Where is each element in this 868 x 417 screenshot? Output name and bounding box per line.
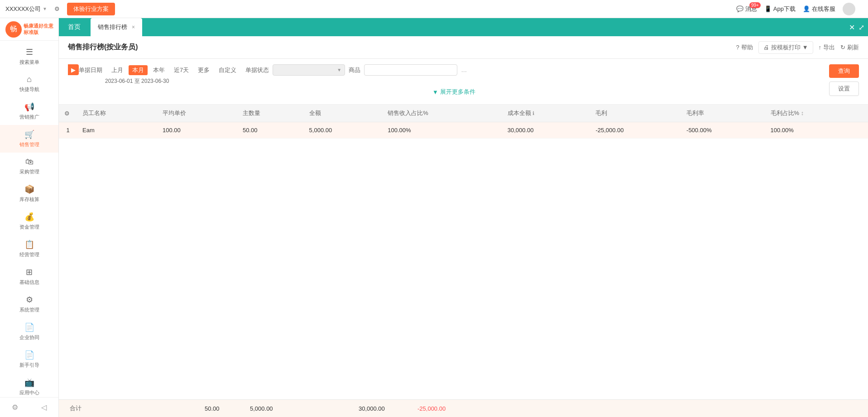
footer-label: 合计 [64,404,146,412]
sidebar-label-nav: 快捷导航 [19,86,39,93]
sidebar-item-marketing[interactable]: 📢营销推广 [0,97,58,125]
sidebar-icon-nav: ⌂ [27,75,32,84]
goods-input[interactable] [364,64,457,76]
date-tab-this-month[interactable]: 本月 [129,65,148,75]
sidebar-icon-finance: 💰 [24,212,34,222]
th-gross-pct: 毛利占比% ↕ [765,105,868,122]
sidebar-item-nav[interactable]: ⌂快捷导航 [0,70,58,97]
sidebar-icon-system: ⚙ [26,295,33,305]
date-tab-this-year[interactable]: 本年 [149,65,168,75]
export-button[interactable]: ↑ 导出 [819,43,835,52]
sidebar-icon-apps: 📺 [24,378,34,388]
message-badge: 99+ [749,2,761,8]
sidebar-item-collab[interactable]: 📄企业协同 [0,318,58,345]
service-label: 在线客服 [812,5,835,13]
message-button[interactable]: 💬 消息 99+ [736,5,757,13]
date-tab-last-month[interactable]: 上月 [108,65,127,75]
tab-close-button[interactable]: × [132,24,135,30]
table-header-row: ⚙ 员工名称 平均单价 主数量 全额 销售收入占比% 成本全额 ℹ 毛利 毛利率… [59,105,868,122]
sidebar-label-search: 搜索菜单 [19,59,39,66]
set-button[interactable]: 设置 [829,81,859,96]
sidebar-icon-search: ☰ [26,47,33,57]
tab-close-icon[interactable]: ✕ [849,23,855,32]
th-gross-rate: 毛利率 [681,105,765,122]
online-service-button[interactable]: 👤 在线客服 [803,5,835,13]
sidebar-item-apps[interactable]: 📺应用中心 [0,373,58,397]
top-settings-button[interactable]: ⚙ [51,3,63,15]
help-button[interactable]: ? 帮助 [736,43,753,52]
company-selector[interactable]: XXXXXX公司 ▼ [5,5,47,13]
footer-avg-price [146,405,205,412]
filter-toggle-button[interactable]: ▶ [68,64,79,75]
cost-info-icon[interactable]: ℹ [532,110,534,116]
footer-cost: 30,000.00 [359,405,417,412]
table-wrapper: ⚙ 员工名称 平均单价 主数量 全额 销售收入占比% 成本全额 ℹ 毛利 毛利率… [59,105,868,399]
sidebar-icon-purchase: 🛍 [25,157,34,167]
date-filter: 上月 本月 本年 近7天 更多 自定义 [108,65,240,75]
td-gross: -25,000.00 [590,122,681,139]
td-sales-pct: 100.00% [382,122,502,139]
td-cost: 30,000.00 [502,122,590,139]
date-tab-7days[interactable]: 近7天 [170,65,192,75]
print-button[interactable]: 🖨 按模板打印 ▼ [758,41,813,54]
table-row: 1 Eam 100.00 50.00 5,000.00 100.00% 30,0… [59,122,868,139]
gross-pct-sort-icon[interactable]: ↕ [801,110,804,116]
status-select[interactable] [273,64,345,76]
more-filter-button[interactable]: … [461,67,467,73]
sidebar-item-search[interactable]: ☰搜索菜单 [0,43,58,70]
refresh-button[interactable]: ↻ 刷新 [840,43,859,52]
th-settings[interactable]: ⚙ [59,105,77,122]
sidebar-icon-sales: 🛒 [24,129,34,139]
tab-home[interactable]: 首页 [59,18,90,36]
sidebar-label-marketing: 营销推广 [19,114,39,120]
status-select-wrapper: ▼ [273,64,345,76]
date-label: 单据日期 [79,66,102,74]
query-button[interactable]: 查询 [829,64,859,78]
date-range: 2023-06-01 至 2023-06-30 [105,77,829,85]
th-qty: 主数量 [237,105,304,122]
sidebar-label-inventory: 库存核算 [19,196,39,203]
app-download-button[interactable]: 📱 App下载 [764,5,796,13]
content-area: 首页 销售排行榜 × ✕ ⤢ 销售排行榜(按业务员) ? 帮助 🖨 按模板打印 [59,18,868,417]
tab-maximize-icon[interactable]: ⤢ [858,23,864,32]
sidebar-item-inventory[interactable]: 📦库存核算 [0,180,58,207]
footer-sales-pct [300,405,359,412]
sidebar-item-guide[interactable]: 📄新手引导 [0,345,58,373]
data-table: ⚙ 员工名称 平均单价 主数量 全额 销售收入占比% 成本全额 ℹ 毛利 毛利率… [59,105,868,139]
th-gross: 毛利 [590,105,681,122]
sidebar-item-sales[interactable]: 🛒销售管理 [0,125,58,153]
logo-text: 畅康通好生意 标准版 [24,23,53,35]
sidebar-item-system[interactable]: ⚙系统管理 [0,290,58,318]
date-tab-more[interactable]: 更多 [194,65,213,75]
gear-icon: ⚙ [54,5,60,12]
sidebar-collapse-button[interactable]: ◁ [38,401,50,413]
sidebar-bottom: ⚙ ◁ [0,397,58,417]
avatar[interactable] [843,3,855,15]
th-cost: 成本全额 ℹ [502,105,590,122]
expand-conditions-button[interactable]: ▼ 展开更多条件 [432,88,475,96]
sidebar-item-basic[interactable]: ⊞基础信息 [0,263,58,290]
sidebar: 畅 畅康通好生意 标准版 ☰搜索菜单⌂快捷导航📢营销推广🛒销售管理🛍采购管理📦库… [0,18,59,417]
sidebar-icon-marketing: 📢 [24,102,34,112]
footer-amount: 5,000.00 [250,405,300,412]
th-amount: 全额 [304,105,383,122]
td-gross-pct: 100.00% [765,122,868,139]
sidebar-settings-button[interactable]: ⚙ [8,401,22,413]
status-label: 单据状态 [245,66,269,74]
td-gross-rate: -500.00% [681,122,765,139]
td-rank: 1 [59,122,77,139]
company-name: XXXXXX公司 [5,5,41,13]
sidebar-item-purchase[interactable]: 🛍采购管理 [0,153,58,180]
filter-main: 单据日期 上月 本月 本年 近7天 更多 自定义 单据状态 [79,64,829,99]
date-tab-custom[interactable]: 自定义 [215,65,240,75]
footer-qty: 50.00 [205,405,250,412]
sidebar-label-operation: 经营管理 [19,251,39,258]
message-icon: 💬 [736,5,743,12]
tab-sales-ranking[interactable]: 销售排行榜 × [91,18,142,36]
sidebar-label-basic: 基础信息 [19,279,39,286]
filter-actions: 查询 设置 [829,64,859,96]
trial-button[interactable]: 体验行业方案 [67,3,115,15]
sidebar-item-operation[interactable]: 📋经营管理 [0,235,58,263]
sidebar-item-finance[interactable]: 💰资金管理 [0,207,58,235]
sidebar-icon-guide: 📄 [24,350,34,360]
